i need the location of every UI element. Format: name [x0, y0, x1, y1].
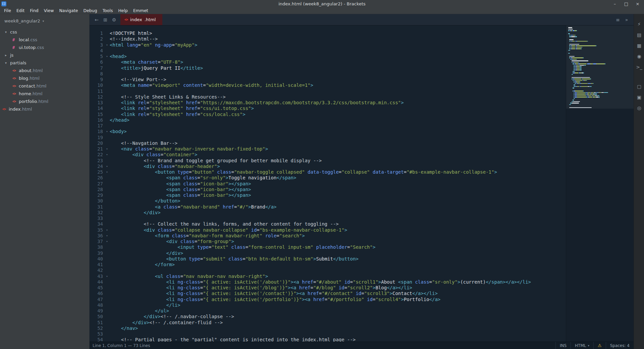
- menu-file[interactable]: File: [1, 7, 14, 14]
- code-editor[interactable]: 1<!DOCTYPE html>2<!--index.html-->3▾<htm…: [90, 25, 566, 342]
- code-line-33[interactable]: 33: [90, 216, 566, 221]
- settings-panel-icon[interactable]: ◎: [634, 105, 644, 111]
- tab-index-html[interactable]: <> index.html: [120, 14, 162, 25]
- code-line-46[interactable]: 46 <li ng-class="{ active: isActive('/co…: [90, 291, 566, 296]
- code-line-17[interactable]: 17: [90, 123, 566, 129]
- menu-navigate[interactable]: Navigate: [56, 7, 80, 14]
- code-line-28[interactable]: 28 <span class="icon-bar"></span>: [90, 187, 566, 192]
- code-line-47[interactable]: 47 <li ng-class="{ active: isActive('/po…: [90, 297, 566, 302]
- code-line-12[interactable]: 12 <!-- Style Sheet Links & Resources-->: [90, 94, 566, 100]
- code-line-41[interactable]: 41 </form>: [90, 262, 566, 268]
- code-line-39[interactable]: 39 </div>: [90, 250, 566, 256]
- documents-panel-icon[interactable]: ▣: [634, 94, 644, 101]
- code-line-15[interactable]: 15 <link rel="stylesheet" href="css/loca…: [90, 112, 566, 117]
- code-line-9[interactable]: 9 <!--View Port-->: [90, 77, 566, 82]
- terminal-icon[interactable]: >_: [634, 64, 644, 70]
- extension-manager-icon[interactable]: ▦: [634, 42, 644, 49]
- tree-file-local.css[interactable]: #local.css: [0, 36, 89, 44]
- code-line-38[interactable]: 38 <input type="text" class="form-contro…: [90, 244, 566, 250]
- code-line-37[interactable]: 37▾ <div class="form-group">: [90, 239, 566, 244]
- code-line-50[interactable]: 50 </div><!-- /.navbar-collapse -->: [90, 314, 566, 319]
- menu-debug[interactable]: Debug: [81, 7, 100, 14]
- indent-setting[interactable]: Spaces: 4: [606, 342, 634, 349]
- fold-toggle-icon[interactable]: ▾: [104, 233, 110, 239]
- code-line-29[interactable]: 29 <span class="icon-bar"></span>: [90, 192, 566, 198]
- code-line-24[interactable]: 24▾ <div class="navbar-header">: [90, 164, 566, 169]
- tree-folder-js[interactable]: ▸js: [0, 51, 89, 59]
- code-line-18[interactable]: 18▾<body>: [90, 129, 566, 134]
- fold-toggle-icon[interactable]: ▾: [104, 239, 110, 244]
- tree-file-ui.totop.css[interactable]: #ui.totop.css: [0, 44, 89, 51]
- tree-file-contact.html[interactable]: <>contact.html: [0, 82, 89, 90]
- insert-mode-indicator[interactable]: INS: [555, 342, 571, 349]
- fold-toggle-icon[interactable]: ▾: [104, 169, 110, 175]
- code-line-10[interactable]: 10 <meta name="viewport" content="width=…: [90, 82, 566, 88]
- language-mode-selector[interactable]: HTML ▾: [571, 342, 593, 349]
- code-line-5[interactable]: 5▾<head>: [90, 54, 566, 59]
- code-line-19[interactable]: 19: [90, 135, 566, 140]
- project-dropdown[interactable]: week8_angular2 ▾: [0, 14, 89, 25]
- overflow-menu-icon[interactable]: »: [622, 17, 631, 22]
- menu-view[interactable]: View: [41, 7, 57, 14]
- fold-toggle-icon[interactable]: ▾: [104, 42, 110, 48]
- code-line-49[interactable]: 49 </ul>: [90, 308, 566, 314]
- menu-tools[interactable]: Tools: [100, 7, 116, 14]
- code-line-8[interactable]: 8: [90, 71, 566, 77]
- fold-toggle-icon[interactable]: ▾: [104, 227, 110, 233]
- minimize-button[interactable]: –: [609, 0, 621, 7]
- fold-toggle-icon[interactable]: ▾: [104, 274, 110, 279]
- code-line-45[interactable]: 45 <li ng-class="{ active: isActive('/bl…: [90, 285, 566, 291]
- code-line-23[interactable]: 23 <!-- Brand and toggle get grouped for…: [90, 158, 566, 164]
- minimap[interactable]: [566, 25, 634, 342]
- live-preview-icon[interactable]: ⚡: [634, 21, 644, 27]
- folder-collapse-icon[interactable]: ▾: [5, 61, 10, 65]
- code-line-32[interactable]: 32 </div>: [90, 210, 566, 216]
- code-line-14[interactable]: 14 <link rel="stylesheet" href="css/ui.t…: [90, 106, 566, 111]
- code-line-2[interactable]: 2<!--index.html-->: [90, 36, 566, 42]
- fold-toggle-icon[interactable]: ▾: [104, 54, 110, 59]
- menu-find[interactable]: Find: [27, 7, 41, 14]
- code-line-22[interactable]: 22▾ <div class="container">: [90, 152, 566, 158]
- code-line-1[interactable]: 1<!DOCTYPE html>: [90, 31, 566, 36]
- code-line-52[interactable]: 52 </nav>: [90, 326, 566, 331]
- code-line-27[interactable]: 27 <span class="icon-bar"></span>: [90, 181, 566, 187]
- code-line-4[interactable]: 4: [90, 48, 566, 54]
- code-line-13[interactable]: 13 <link rel="stylesheet" href="https://…: [90, 100, 566, 106]
- code-line-20[interactable]: 20 <!--Navgation Bar-->: [90, 140, 566, 146]
- tree-file-portfolio.html[interactable]: <>portfolio.html: [0, 98, 89, 105]
- code-line-11[interactable]: 11: [90, 89, 566, 94]
- health-report-icon[interactable]: ◉: [634, 53, 644, 60]
- close-button[interactable]: ×: [632, 0, 643, 7]
- menu-edit[interactable]: Edit: [14, 7, 27, 14]
- code-line-43[interactable]: 43▾ <ul class="nav navbar-nav navbar-rig…: [90, 274, 566, 279]
- code-line-16[interactable]: 16</head>: [90, 117, 566, 123]
- tree-folder-partials[interactable]: ▾partials: [0, 59, 89, 67]
- code-line-51[interactable]: 51 </div><!-- /.container-fluid -->: [90, 320, 566, 326]
- tree-file-about.html[interactable]: <>about.html: [0, 67, 89, 74]
- fold-toggle-icon[interactable]: ▾: [104, 164, 110, 169]
- code-line-54[interactable]: 54 <!-- Partial pages - the "partial" co…: [90, 337, 566, 342]
- menu-emmet[interactable]: Emmet: [130, 7, 151, 14]
- tree-file-home.html[interactable]: <>home.html: [0, 90, 89, 98]
- code-line-3[interactable]: 3▾<html lang="en" ng-app="myApp">: [90, 42, 566, 48]
- code-line-30[interactable]: 30 </button>: [90, 198, 566, 204]
- back-arrow-icon[interactable]: ←: [92, 17, 101, 22]
- folder-expand-icon[interactable]: ▸: [5, 53, 10, 57]
- code-line-26[interactable]: 26 <span class="sr-only">Toggle navigati…: [90, 175, 566, 181]
- code-line-53[interactable]: 53: [90, 331, 566, 337]
- menu-help[interactable]: Help: [115, 7, 130, 14]
- code-line-21[interactable]: 21▾ <nav class="navbar navbar-inverse na…: [90, 146, 566, 152]
- code-line-34[interactable]: 34 <!-- Collect the nav links, forms, an…: [90, 221, 566, 227]
- code-line-40[interactable]: 40 <button type="submit" class="btn btn-…: [90, 256, 566, 262]
- fold-toggle-icon[interactable]: ▾: [104, 152, 110, 158]
- code-line-48[interactable]: 48 </li>: [90, 302, 566, 308]
- code-line-7[interactable]: 7 <title>jQuery Part II</title>: [90, 65, 566, 71]
- code-line-44[interactable]: 44 <li ng-class="{ active: isActive('/ab…: [90, 279, 566, 285]
- tree-file-index.html[interactable]: <>index.html: [0, 105, 89, 113]
- fold-toggle-icon[interactable]: ▾: [104, 146, 110, 152]
- snippets-panel-icon[interactable]: ▢: [634, 83, 644, 90]
- code-line-42[interactable]: 42: [90, 268, 566, 273]
- lint-status[interactable]: ⚠: [593, 342, 606, 349]
- tree-folder-css[interactable]: ▾css: [0, 28, 89, 36]
- folder-collapse-icon[interactable]: ▾: [5, 30, 10, 34]
